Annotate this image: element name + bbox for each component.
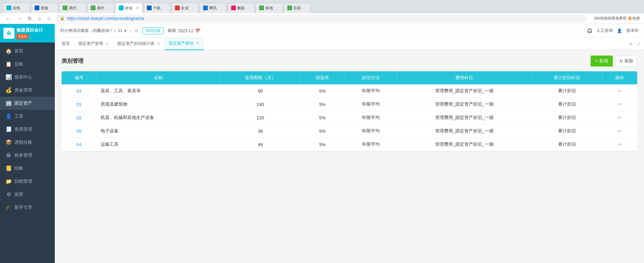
cell-rate-0: 5% — [300, 84, 344, 98]
tab-collapse-button[interactable]: ✕ — [628, 40, 634, 47]
logo-title: 畅捷通好会计 — [16, 27, 43, 33]
dropdown-icon[interactable]: ▾ — [124, 28, 126, 33]
inventory-icon: 📦 — [5, 139, 12, 145]
cell-depreciation-2: 累计折旧 — [531, 111, 602, 124]
cell-action-2[interactable]: ✏ — [602, 111, 637, 124]
sidebar-logo: 会 畅捷通好会计 专版版 — [0, 24, 55, 43]
calendar-icon[interactable]: 📅 — [195, 28, 200, 33]
cell-action-3[interactable]: ✏ — [602, 124, 637, 138]
page-tab-category[interactable]: 固定资产类别 ✕ — [165, 38, 204, 50]
sidebar-label-guide: 新手引导 — [14, 204, 32, 211]
edit-icon-3[interactable]: ✏ — [618, 128, 622, 134]
edit-icon-1[interactable]: ✏ — [618, 101, 622, 107]
browser-tab-1[interactable]: 新版 — [31, 3, 58, 13]
sidebar-item-reports[interactable]: 📊 报表中心 — [0, 71, 55, 84]
table-row: 04 运输工具 48 5% 年限平均 管理费用_固定资产折旧_一级 累计折旧 ✏ — [62, 138, 637, 151]
add-category-button[interactable]: + 新增 — [591, 56, 613, 67]
sidebar-item-fixed-assets[interactable]: 🏢 固定资产 — [0, 97, 55, 110]
cell-method-4: 年限平均 — [344, 138, 397, 151]
col-method: 折旧方法 — [344, 71, 397, 84]
sidebar-item-invoice[interactable]: 🧾 发票管理 — [0, 123, 55, 136]
top-bar-right: 🎧 人工咨询 👤 徐泽华 — [587, 28, 639, 34]
switch-version-button[interactable]: 切到旧版 — [142, 27, 164, 34]
data-table: 编号 名称 使用期限（月） 残值率 折旧方法 费用科目 累计折旧科目 操作 03… — [62, 71, 637, 151]
browser-tab-10[interactable]: 目前 — [283, 3, 311, 13]
cell-expense-1: 管理费用_固定资产折旧_一级 — [397, 98, 531, 111]
cell-rate-1: 5% — [300, 98, 344, 111]
cell-name-4: 运输工具 — [97, 138, 220, 151]
sidebar-item-home[interactable]: 🏠 首页 — [0, 45, 55, 58]
sidebar-label-ledger: 总账 — [14, 61, 23, 67]
refresh-button[interactable]: ↻ 刷新 — [616, 56, 637, 67]
add-icon[interactable]: ＋ — [128, 28, 132, 34]
tab-label-9: 各地 — [265, 5, 273, 11]
page-tab-depreciation-table[interactable]: 固定资产折旧统计表 ✕ — [113, 38, 165, 50]
headset-icon: 🎧 — [587, 28, 592, 33]
browser-tab-6[interactable]: 企业 — [171, 3, 199, 13]
period-label: 账期 — [168, 28, 176, 34]
sidebar-label-reports: 报表中心 — [14, 74, 32, 80]
tab-label-3: 易代 — [97, 5, 104, 11]
sidebar-item-tax[interactable]: 🏛 税务管理 — [0, 149, 55, 162]
browser-tab-5[interactable]: 个税 — [143, 3, 171, 13]
home-button[interactable]: ⌂ — [36, 15, 42, 22]
page-content: 类别管理 + 新增 ↻ 刷新 编号 名称 使用期限（月） 残值率 — [55, 50, 644, 263]
browser-tab-4[interactable]: 好会 ✕ — [115, 3, 142, 13]
edit-icon-0[interactable]: ✏ — [618, 88, 622, 94]
cell-method-1: 年限平均 — [344, 98, 397, 111]
sidebar-item-settings[interactable]: ⚙ 设置 — [0, 188, 55, 201]
cell-period-4: 48 — [220, 138, 300, 151]
tab-label-4: 好会 — [125, 5, 132, 11]
sidebar-item-close[interactable]: 📒 结账 — [0, 162, 55, 175]
company-name: 刘小艳演示账套（勿删勿动！）11 — [60, 28, 122, 34]
app-container: 会 畅捷通好会计 专版版 🏠 首页 📋 总账 📊 报表中心 💰 资金管理 — [0, 24, 644, 263]
browser-tab-close-4[interactable]: ✕ — [136, 6, 139, 10]
browser-chrome: 在线 新版 易代 易代 好会 ✕ 个税 企业 腾讯 — [0, 0, 644, 13]
page-tab-depreciation-table-label: 固定资产折旧统计表 — [117, 41, 154, 47]
close-period-icon: 📒 — [5, 165, 12, 171]
bookmark-button[interactable]: ☆ — [45, 15, 53, 22]
cell-code-0: 03 — [62, 84, 97, 98]
page-tab-home[interactable]: 首页 — [58, 38, 74, 50]
sidebar: 会 畅捷通好会计 专版版 🏠 首页 📋 总账 📊 报表中心 💰 资金管理 — [0, 24, 55, 263]
sidebar-item-ledger[interactable]: 📋 总账 — [0, 58, 55, 71]
back-button[interactable]: ← — [4, 15, 12, 22]
url-text: https://cloud.chanjet.com/accounting/uw1… — [67, 16, 583, 21]
sidebar-item-funds[interactable]: 💰 资金管理 — [0, 84, 55, 97]
sidebar-label-payroll: 工资 — [14, 113, 23, 119]
sidebar-item-guide[interactable]: 🎓 新手引导 — [0, 201, 55, 214]
browser-tab-7[interactable]: 腾讯 — [199, 3, 227, 13]
tab-favicon-1 — [35, 5, 39, 10]
tab-expand-button[interactable]: ⤢ — [636, 40, 641, 47]
col-period: 使用期限（月） — [220, 71, 300, 84]
browser-tabs: 在线 新版 易代 易代 好会 ✕ 个税 企业 腾讯 — [3, 0, 312, 13]
cell-method-2: 年限平均 — [344, 111, 397, 124]
page-tab-fixed-assets-mgmt[interactable]: 固定资产管理 ✕ — [74, 38, 113, 50]
sidebar-item-inventory[interactable]: 📦 进销台账 — [0, 136, 55, 149]
browser-tab-8[interactable]: 畅提 — [227, 3, 255, 13]
page-tab-depreciation-table-close[interactable]: ✕ — [157, 41, 160, 46]
url-bar[interactable]: 🔒 https://cloud.chanjet.com/accounting/u… — [56, 15, 587, 22]
browser-tab-3[interactable]: 易代 — [87, 3, 114, 13]
page-tab-category-close[interactable]: ✕ — [196, 41, 199, 46]
cell-action-0[interactable]: ✏ — [602, 84, 637, 98]
forward-button[interactable]: → — [15, 15, 23, 22]
browser-tab-2[interactable]: 易代 — [59, 3, 86, 13]
reload-button[interactable]: ↻ — [26, 15, 34, 22]
page-tab-category-label: 固定资产类别 — [169, 40, 193, 46]
cell-action-1[interactable]: ✏ — [602, 98, 637, 111]
settings-top-icon[interactable]: ⚙ — [135, 28, 138, 33]
edit-icon-2[interactable]: ✏ — [618, 115, 622, 120]
browser-tab-9[interactable]: 各地 — [255, 3, 283, 13]
cell-action-4[interactable]: ✏ — [602, 138, 637, 151]
sidebar-item-payroll[interactable]: 👤 工资 — [0, 110, 55, 123]
sidebar-item-archive[interactable]: 📁 归档管理 — [0, 175, 55, 188]
edit-icon-4[interactable]: ✏ — [618, 142, 622, 147]
page-tab-fixed-assets-mgmt-close[interactable]: ✕ — [106, 41, 109, 46]
cell-name-0: 器具、工具、家具等 — [97, 84, 220, 98]
refresh-label: 刷新 — [624, 58, 633, 64]
archive-icon: 📁 — [5, 178, 12, 184]
cell-code-1: 01 — [62, 98, 97, 111]
browser-tab-0[interactable]: 在线 — [3, 3, 30, 13]
consult-label[interactable]: 人工咨询 — [596, 28, 613, 34]
